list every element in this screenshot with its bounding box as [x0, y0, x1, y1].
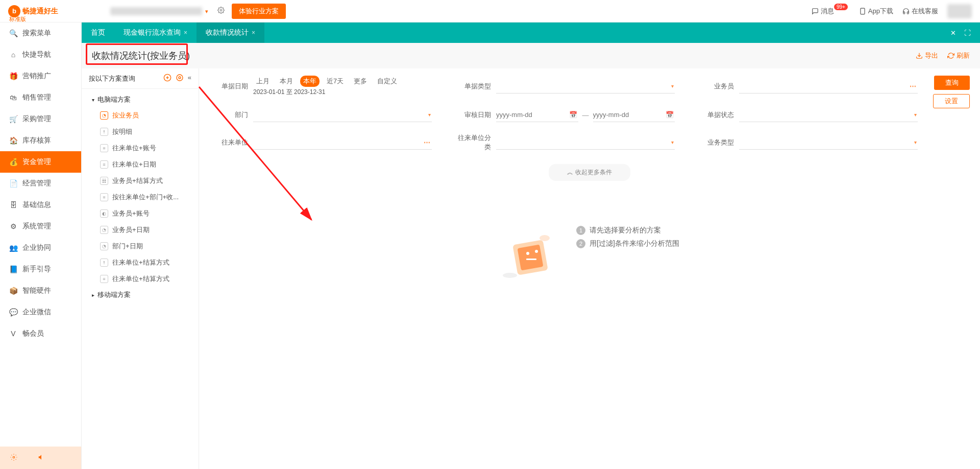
partner-input[interactable] — [253, 138, 432, 146]
scheme-item-label: 业务员+账号 — [112, 209, 150, 218]
house-icon: 🏠 — [9, 136, 17, 145]
list-icon: ≡ — [100, 193, 108, 201]
scheme-group[interactable]: ▸移动端方案 — [82, 287, 199, 302]
sidebar-item-home[interactable]: ⌂快捷导航 — [0, 44, 81, 65]
date-seg[interactable]: 上月 — [253, 76, 273, 87]
setting-button[interactable]: 设置 — [933, 94, 970, 108]
calendar-icon[interactable]: 📅 — [666, 111, 674, 119]
bill-status-input[interactable] — [739, 111, 918, 119]
filter-biz-type[interactable]: 业务类型 ▾ — [695, 133, 918, 152]
date-seg[interactable]: 近7天 — [324, 76, 347, 87]
sidebar-item-house[interactable]: 🏠库存核算 — [0, 130, 81, 151]
scheme-item[interactable]: ≡往来单位+日期 — [82, 156, 199, 173]
scheme-item[interactable]: ◔按业务员 — [82, 107, 199, 124]
scheme-item-label: 按明细 — [112, 127, 132, 136]
filter-salesman[interactable]: 业务员 ⋯ — [695, 76, 918, 97]
online-service-link[interactable]: 在线客服 — [902, 7, 938, 16]
tab-现金银行流水查询[interactable]: 现金银行流水查询× — [114, 22, 197, 43]
brand-name: 畅捷通好生 — [22, 7, 58, 16]
scheme-item[interactable]: ◔业务员+日期 — [82, 222, 199, 238]
tab-收款情况统计[interactable]: 收款情况统计× — [197, 22, 264, 43]
sidebar-item-money[interactable]: 💰资金管理 — [0, 151, 81, 173]
top-right: 消息 99+ App下载 在线客服 — [812, 4, 972, 18]
sidebar-item-db[interactable]: 🗄基础信息 — [0, 194, 81, 216]
scheme-item[interactable]: ≡按往来单位+部门+收... — [82, 189, 199, 205]
scheme-item-label: 业务员+日期 — [112, 225, 150, 235]
sidebar-item-wx[interactable]: 💬企业微信 — [0, 301, 81, 323]
biz-type-input[interactable] — [739, 138, 918, 146]
sidebar-item-gift[interactable]: 🎁营销推广 — [0, 65, 81, 87]
gear-icon[interactable] — [10, 454, 17, 462]
scheme-item-label: 按业务员 — [112, 111, 139, 120]
clock-icon: ◔ — [100, 242, 108, 250]
sidebar-item-guide[interactable]: 📘新手引导 — [0, 259, 81, 280]
filter-bill-type[interactable]: 单据类型 ▾ — [452, 76, 675, 97]
scheme-item[interactable]: ◐业务员+账号 — [82, 205, 199, 222]
sidebar-item-doc[interactable]: 📄经营管理 — [0, 173, 81, 194]
page-body: 按以下方案查询 « ▾电脑端方案◔按业务员⫯按明细≡往来单位+账号≡往来单位+日… — [82, 68, 980, 469]
collapse-scheme-icon[interactable]: « — [188, 74, 191, 83]
sidebar-item-label: 企业协同 — [22, 243, 51, 252]
close-icon[interactable]: × — [252, 29, 255, 36]
filter-partner-class[interactable]: 往来单位分类 ▾ — [452, 133, 675, 152]
filter-dept[interactable]: 部门 ▾ — [209, 108, 432, 122]
guide-icon: 📘 — [9, 265, 17, 273]
scheme-item[interactable]: ䷁业务员+结算方式 — [82, 173, 199, 189]
messages-label: 消息 — [821, 7, 834, 16]
top-bar: b 畅捷通好生 标准版 体验行业方案 消息 99+ App下载 在线客服 — [0, 0, 980, 22]
add-scheme-icon[interactable] — [163, 74, 172, 83]
audit-date-from[interactable] — [496, 111, 578, 119]
page-title: 收款情况统计(按业务员) — [92, 50, 190, 62]
date-seg[interactable]: 本年 — [300, 76, 320, 87]
org-switcher[interactable] — [110, 7, 208, 15]
sidebar-item-bag[interactable]: 🛍销售管理 — [0, 87, 81, 108]
collapse-filters-button[interactable]: ︽收起更多条件 — [549, 164, 630, 181]
hw-icon: 📦 — [9, 287, 17, 295]
scheme-group[interactable]: ▾电脑端方案 — [82, 92, 199, 107]
bill-type-input[interactable] — [496, 82, 675, 90]
sidebar-item-hw[interactable]: 📦智能硬件 — [0, 280, 81, 301]
sidebar-item-team[interactable]: 👥企业协同 — [0, 237, 81, 259]
scheme-item[interactable]: ≡往来单位+结算方式 — [82, 271, 199, 287]
export-button[interactable]: 导出 — [916, 51, 938, 60]
audit-date-to[interactable] — [593, 111, 675, 119]
clock-icon: ◔ — [100, 111, 108, 120]
filter-partner[interactable]: 往来单位 ⋯ — [209, 133, 432, 152]
sidebar-item-search[interactable]: 🔍搜索菜单 — [0, 22, 81, 44]
sidebar-item-label: 库存核算 — [22, 136, 51, 145]
sound-icon[interactable] — [38, 454, 45, 462]
query-button[interactable]: 查询 — [934, 76, 970, 90]
fullscreen-icon[interactable]: ⛶ — [964, 29, 971, 37]
scheme-item[interactable]: ≡往来单位+账号 — [82, 140, 199, 156]
messages-link[interactable]: 消息 99+ — [812, 7, 850, 16]
scheme-item[interactable]: ◔部门+日期 — [82, 238, 199, 254]
date-seg[interactable]: 本月 — [277, 76, 296, 87]
scheme-item[interactable]: ⫯往来单位+结算方式 — [82, 254, 199, 271]
sidebar-item-cart[interactable]: 🛒采购管理 — [0, 108, 81, 130]
filter-bill-status[interactable]: 单据状态 ▾ — [695, 108, 918, 122]
user-avatar[interactable] — [947, 4, 972, 18]
calendar-icon[interactable]: 📅 — [569, 111, 577, 119]
close-icon[interactable]: × — [184, 29, 187, 36]
date-segments: 上月本月本年近7天更多自定义 — [253, 76, 432, 87]
partner-class-input[interactable] — [496, 138, 675, 146]
date-seg[interactable]: 自定义 — [374, 76, 400, 87]
tab-首页[interactable]: 首页 — [82, 22, 114, 43]
sidebar-item-label: 畅会员 — [22, 329, 44, 338]
empty-state: 1请先选择要分析的方案 2用[过滤]条件来缩小分析范围 — [209, 222, 970, 283]
app-download-link[interactable]: App下载 — [859, 7, 893, 16]
close-all-icon[interactable]: ✕ — [950, 29, 956, 37]
svg-point-15 — [503, 273, 517, 278]
scheme-item[interactable]: ⫯按明细 — [82, 124, 199, 140]
dept-input[interactable] — [253, 111, 432, 119]
sidebar-item-label: 采购管理 — [22, 114, 51, 124]
industry-solution-button[interactable]: 体验行业方案 — [232, 4, 286, 19]
sidebar-item-vip[interactable]: V畅会员 — [0, 323, 81, 344]
salesman-input[interactable] — [739, 82, 918, 90]
edition-tag: 标准版 — [9, 15, 26, 23]
sidebar-item-sys[interactable]: ⚙系统管理 — [0, 216, 81, 237]
gear-icon[interactable] — [217, 7, 225, 15]
date-seg[interactable]: 更多 — [351, 76, 370, 87]
scheme-settings-icon[interactable] — [176, 74, 184, 83]
refresh-button[interactable]: 刷新 — [947, 51, 970, 60]
